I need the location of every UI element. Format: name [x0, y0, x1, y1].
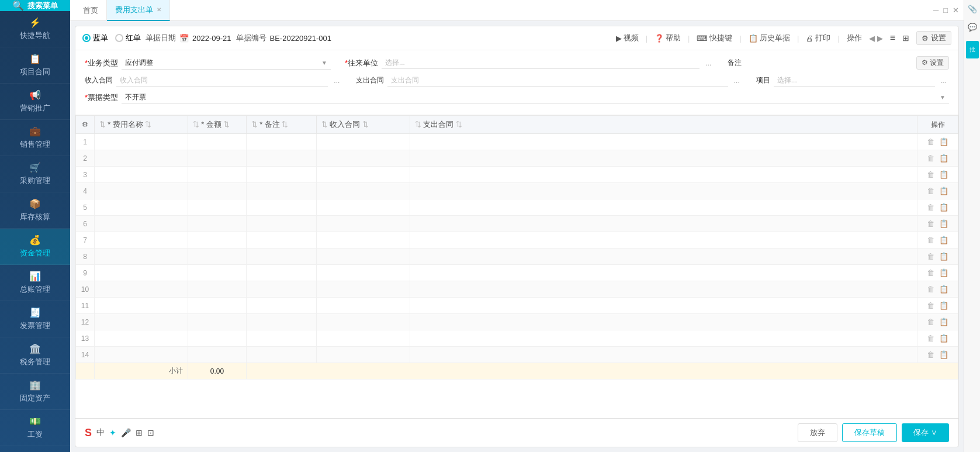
view-list-btn[interactable]: ≡: [890, 33, 895, 43]
delete-icon[interactable]: 🗑: [926, 236, 936, 244]
delete-icon[interactable]: 🗑: [926, 252, 936, 261]
income-contract-cell[interactable]: [317, 330, 410, 347]
note-cell[interactable]: [247, 232, 317, 249]
income-contract-cell[interactable]: [317, 216, 410, 232]
tab-home[interactable]: 首页: [75, 0, 107, 21]
sidebar-item-purchase[interactable]: 🛒 采购管理: [0, 156, 70, 192]
business-type-select[interactable]: 应付调整 ▼: [122, 57, 331, 70]
history-action[interactable]: 📋 历史单据: [749, 33, 790, 43]
copy-icon[interactable]: 📋: [938, 285, 950, 294]
sidebar-item-invoice[interactable]: 🧾 发票管理: [0, 301, 70, 337]
operation-action[interactable]: 操作: [847, 33, 862, 43]
delete-icon[interactable]: 🗑: [926, 350, 936, 359]
income-contract-cell[interactable]: [317, 150, 410, 167]
expense-contract-cell[interactable]: [410, 134, 917, 150]
amount-cell[interactable]: [188, 298, 247, 314]
date-value[interactable]: 2022-09-21: [192, 34, 231, 43]
sidebar-item-project-contract[interactable]: 📋 项目合同: [0, 47, 70, 84]
amount-cell[interactable]: [188, 150, 247, 167]
expense-name-cell[interactable]: [95, 134, 188, 150]
th-note[interactable]: ⇅ * 备注 ⇅: [247, 116, 317, 134]
note-cell[interactable]: [247, 167, 317, 183]
window-maximize[interactable]: □: [943, 6, 948, 15]
copy-icon[interactable]: 📋: [938, 187, 950, 195]
sidebar-search[interactable]: 🔍 搜索菜单: [0, 0, 70, 11]
copy-icon[interactable]: 📋: [938, 170, 950, 179]
project-ellipsis[interactable]: ...: [939, 77, 949, 85]
note-cell[interactable]: [247, 216, 317, 232]
number-value[interactable]: BE-20220921-001: [270, 34, 332, 43]
delete-icon[interactable]: 🗑: [926, 219, 936, 228]
amount-cell[interactable]: [188, 281, 247, 298]
income-contract-cell[interactable]: [317, 183, 410, 199]
delete-icon[interactable]: 🗑: [926, 170, 936, 179]
sidebar-item-shortcut[interactable]: ⚡ 快捷导航: [0, 11, 70, 47]
video-action[interactable]: ▶ 视频: [616, 33, 639, 43]
sidebar-item-accounting[interactable]: 📊 总账管理: [0, 265, 70, 301]
income-contract-cell[interactable]: [317, 298, 410, 314]
amount-cell[interactable]: [188, 216, 247, 232]
sidebar-item-assets[interactable]: 🏢 固定资产: [0, 374, 70, 410]
save-button[interactable]: 保存 ∨: [902, 423, 949, 442]
expense-name-cell[interactable]: [95, 183, 188, 199]
income-contract-cell[interactable]: [317, 232, 410, 249]
th-amount[interactable]: ⇅ * 金额 ⇅: [188, 116, 247, 134]
settings-btn[interactable]: ⚙ ⚙ 设置 设置: [916, 31, 951, 45]
amount-cell[interactable]: [188, 183, 247, 199]
partner-ellipsis-btn[interactable]: ...: [703, 59, 714, 67]
sidebar-item-salary[interactable]: 💵 工资: [0, 410, 70, 446]
tab-expense[interactable]: 费用支出单 ✕: [107, 0, 170, 21]
expense-name-cell[interactable]: [95, 314, 188, 330]
expense-name-cell[interactable]: [95, 298, 188, 314]
note-cell[interactable]: [247, 314, 317, 330]
note-cell[interactable]: [247, 183, 317, 199]
copy-icon[interactable]: 📋: [938, 203, 950, 212]
delete-icon[interactable]: 🗑: [926, 154, 936, 163]
sidebar-item-sales[interactable]: 💼 销售管理: [0, 120, 70, 156]
expense-contract-cell[interactable]: [410, 298, 917, 314]
income-contract-cell[interactable]: [317, 265, 410, 281]
radio-blue[interactable]: 蓝单: [82, 33, 108, 43]
attachment-icon[interactable]: 📎: [968, 5, 977, 13]
window-minimize[interactable]: ─: [933, 6, 939, 15]
discard-button[interactable]: 放弃: [798, 423, 837, 442]
income-contract-cell[interactable]: [317, 199, 410, 216]
expense-contract-cell[interactable]: [410, 216, 917, 232]
form-settings-btn[interactable]: ⚙ 设置: [916, 56, 949, 70]
expense-contract-cell[interactable]: [410, 150, 917, 167]
sidebar-item-tax[interactable]: 🏛️ 税务管理: [0, 337, 70, 374]
income-contract-cell[interactable]: [317, 281, 410, 298]
expense-contract-cell[interactable]: [410, 265, 917, 281]
radio-red[interactable]: 红单: [115, 33, 141, 43]
help-action[interactable]: ❓ 帮助: [655, 33, 681, 43]
expense-contract-cell[interactable]: [410, 167, 917, 183]
copy-icon[interactable]: 📋: [938, 137, 950, 146]
expense-name-cell[interactable]: [95, 199, 188, 216]
income-contract-cell[interactable]: [317, 249, 410, 265]
expense-name-cell[interactable]: [95, 249, 188, 265]
tab-close-icon[interactable]: ✕: [157, 6, 161, 13]
amount-cell[interactable]: [188, 265, 247, 281]
copy-icon[interactable]: 📋: [938, 236, 950, 244]
th-income-contract[interactable]: ⇅ 收入合同 ⇅: [317, 116, 410, 134]
copy-icon[interactable]: 📋: [938, 301, 950, 310]
expense-name-cell[interactable]: [95, 167, 188, 183]
delete-icon[interactable]: 🗑: [926, 301, 936, 310]
note-cell[interactable]: [247, 249, 317, 265]
amount-cell[interactable]: [188, 167, 247, 183]
expense-contract-input[interactable]: [387, 74, 728, 87]
expense-contract-cell[interactable]: [410, 347, 917, 363]
copy-icon[interactable]: 📋: [938, 268, 950, 277]
window-close[interactable]: ✕: [953, 6, 959, 15]
delete-icon[interactable]: 🗑: [926, 187, 936, 195]
save-draft-button[interactable]: 保存草稿: [842, 423, 897, 442]
print-action[interactable]: 🖨 打印: [806, 33, 830, 43]
green-tab-btn[interactable]: 批: [966, 41, 979, 58]
income-contract-cell[interactable]: [317, 347, 410, 363]
th-gear[interactable]: ⚙: [76, 116, 95, 134]
note-cell[interactable]: [247, 347, 317, 363]
shortcut-action[interactable]: ⌨ 快捷键: [697, 33, 732, 43]
expense-contract-cell[interactable]: [410, 314, 917, 330]
note-cell[interactable]: [247, 199, 317, 216]
delete-icon[interactable]: 🗑: [926, 318, 936, 326]
